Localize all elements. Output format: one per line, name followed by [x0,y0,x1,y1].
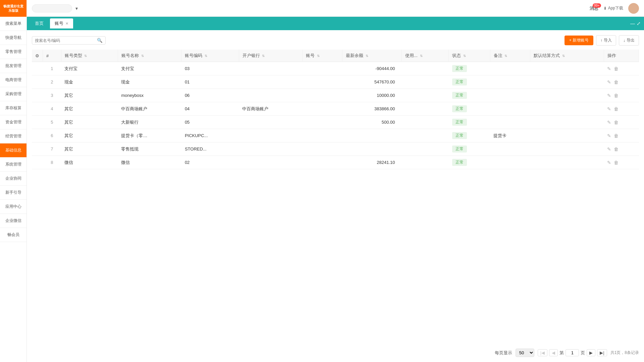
search-input[interactable] [35,38,97,43]
row-account [303,62,342,75]
message-badge: 99+ [593,3,601,8]
delete-button[interactable]: 🗑 [614,133,619,138]
edit-button[interactable]: ✎ [607,133,611,138]
edit-button[interactable]: ✎ [607,106,611,112]
sidebar-item-1[interactable]: 快捷导航 [0,31,26,45]
col-default-settle[interactable]: 默认结算方式 ⇅ [530,50,604,62]
tab-expand-button[interactable]: ⤢ [637,21,641,26]
row-status: 正常 [449,89,490,102]
last-page-button[interactable]: ▶| [597,349,607,356]
global-search-input[interactable] [32,4,72,12]
tab-minimize-button[interactable]: — [630,21,635,26]
sidebar-item-0[interactable]: 搜索菜单 [0,17,26,31]
table-row: 8 微信 微信 02 28241.10 正常 ✎ 🗑 [32,156,639,169]
row-type: 其它 [61,102,118,116]
col-account[interactable]: 账号 ⇅ [303,50,342,62]
col-status[interactable]: 状态 ⇅ [449,50,490,62]
edit-button[interactable]: ✎ [607,66,611,71]
sidebar-item-11[interactable]: 企业协同 [0,172,26,186]
row-balance: 547670.00 [342,75,402,89]
user-avatar[interactable] [628,3,639,14]
row-bank: 中百商场账户 [239,102,302,116]
first-page-button[interactable]: |◀ [538,349,547,356]
sidebar: 畅捷通好生意 乐版版 搜索菜单快捷导航零售管理批发管理电商管理采购管理库存核算资… [0,0,27,362]
row-settings [32,116,43,129]
table-row: 7 其它 零售抵现 STORED... 正常 ✎ 🗑 [32,142,639,156]
col-balance[interactable]: 最新余额 ⇅ [342,50,402,62]
sidebar-item-10[interactable]: 系统管理 [0,158,26,172]
delete-button[interactable]: 🗑 [614,120,619,125]
row-status: 正常 [449,116,490,129]
tab-close-icon[interactable]: ✕ [65,21,68,26]
export-button[interactable]: ↓ 导出 [619,35,639,46]
row-balance: -90444.00 [342,62,402,75]
table-row: 6 其它 提货卡（零… PICKUPC... 正常 提货卡 ✎ 🗑 [32,129,639,142]
row-default-settle [530,102,604,116]
edit-button[interactable]: ✎ [607,146,611,152]
row-account [303,89,342,102]
total-info: 共1页，8条记录 [610,350,639,356]
col-remark[interactable]: 备注 ⇅ [490,50,530,62]
edit-button[interactable]: ✎ [607,93,611,98]
edit-button[interactable]: ✎ [607,120,611,125]
sidebar-item-15[interactable]: 畅会员 [0,228,26,242]
row-default-settle [530,142,604,156]
sidebar-item-2[interactable]: 零售管理 [0,45,26,59]
row-settings [32,62,43,75]
row-action: ✎ 🗑 [604,62,639,75]
sidebar-item-4[interactable]: 电商管理 [0,73,26,87]
col-type[interactable]: 账号类型 ⇅ [61,50,118,62]
app-download-link[interactable]: ⬇ App下载 [603,5,623,11]
row-remark [490,89,530,102]
delete-button[interactable]: 🗑 [614,93,619,98]
row-account [303,156,342,169]
tab-home[interactable]: 首页 [30,18,48,28]
sidebar-item-8[interactable]: 经营管理 [0,129,26,143]
col-usage[interactable]: 使用... ⇅ [402,50,449,62]
delete-button[interactable]: 🗑 [614,106,619,112]
search-button[interactable]: 🔍 [97,38,103,43]
row-balance [342,142,402,156]
download-icon: ⬇ [603,6,607,11]
toolbar: 🔍 + 新增账号 ↑ 导入 ↓ 导出 [32,35,639,46]
sidebar-item-14[interactable]: 企业微信 [0,214,26,228]
header-left: ▾ [32,4,78,12]
import-label: 导入 [604,38,612,43]
prev-page-button[interactable]: ◀ [549,349,558,356]
sidebar-item-12[interactable]: 新手引导 [0,186,26,200]
page-input[interactable] [566,349,579,356]
add-account-button[interactable]: + 新增账号 [565,36,593,45]
row-account [303,102,342,116]
sidebar-item-3[interactable]: 批发管理 [0,59,26,73]
next-page-button[interactable]: ▶ [587,349,595,356]
col-name[interactable]: 账号名称 ⇅ [118,50,181,62]
message-icon[interactable]: 消息 99+ [590,5,598,11]
dropdown-button[interactable]: ▾ [75,6,78,11]
row-action: ✎ 🗑 [604,75,639,89]
row-balance: 10000.00 [342,89,402,102]
delete-button[interactable]: 🗑 [614,66,619,71]
tab-account[interactable]: 账号 ✕ [50,18,73,28]
edit-button[interactable]: ✎ [607,79,611,85]
sidebar-item-9[interactable]: 基础信息 [0,143,26,158]
col-code[interactable]: 账号编码 ⇅ [181,50,239,62]
delete-button[interactable]: 🗑 [614,160,619,165]
row-action: ✎ 🗑 [604,102,639,116]
table-wrap: ⚙ # 账号类型 ⇅ 账号名称 ⇅ 账号编码 ⇅ 开户银行 ⇅ 账号 ⇅ 最新余… [32,50,639,345]
page-size-select[interactable]: 50 100 200 [516,349,534,357]
sidebar-item-5[interactable]: 采购管理 [0,87,26,101]
sidebar-item-13[interactable]: 应用中心 [0,200,26,214]
col-settings[interactable]: ⚙ [32,50,43,62]
edit-button[interactable]: ✎ [607,160,611,165]
tab-home-label: 首页 [35,20,44,26]
row-bank [239,129,302,142]
row-account [303,75,342,89]
import-button[interactable]: ↑ 导入 [596,35,616,46]
col-num: # [43,50,61,62]
row-bank [239,89,302,102]
delete-button[interactable]: 🗑 [614,146,619,152]
sidebar-item-6[interactable]: 库存核算 [0,101,26,115]
delete-button[interactable]: 🗑 [614,79,619,85]
sidebar-item-7[interactable]: 资金管理 [0,115,26,129]
col-bank[interactable]: 开户银行 ⇅ [239,50,302,62]
